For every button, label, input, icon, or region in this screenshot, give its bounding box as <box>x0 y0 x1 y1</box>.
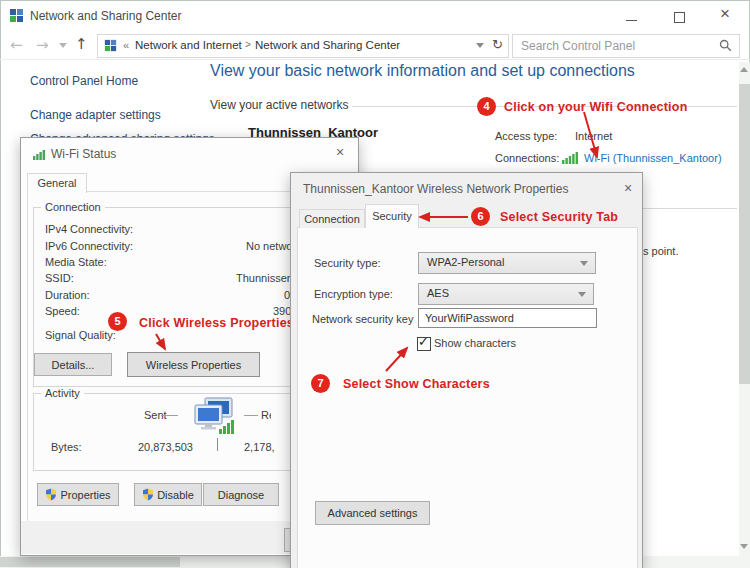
shield-icon <box>45 488 57 501</box>
signal-quality-label: Signal Quality: <box>45 329 116 341</box>
network-icon <box>9 8 24 23</box>
address-chevron-icon[interactable] <box>476 43 484 48</box>
active-networks-label: View your active networks <box>210 98 349 112</box>
disable-button[interactable]: Disable <box>134 483 202 506</box>
wireless-properties-title: Thunnissen_Kantoor Wireless Network Prop… <box>303 182 568 196</box>
settings-text-fragment: s point. <box>643 245 678 257</box>
horizontal-scrollbar-thumb[interactable] <box>0 557 180 567</box>
wireless-properties-close-icon[interactable]: × <box>617 180 639 196</box>
navbar-divider <box>0 59 750 60</box>
activity-group-label: Activity <box>41 387 84 399</box>
tab-general[interactable]: General <box>27 173 87 193</box>
security-type-label: Security type: <box>314 257 381 269</box>
wifi-status-icon <box>33 149 46 160</box>
sidebar-item-change-adapter-settings[interactable]: Change adapter settings <box>30 108 161 122</box>
annotation-step-4-badge: 4 <box>477 97 496 116</box>
media-state-label: Media State: <box>45 256 107 268</box>
close-button[interactable]: × <box>712 4 738 24</box>
encryption-type-select[interactable]: AES <box>418 283 594 305</box>
annotation-step-7-arrow <box>382 342 416 376</box>
sent-dash <box>161 415 178 416</box>
computers-icon <box>189 397 235 435</box>
breadcrumb-guillemet: « <box>123 39 129 51</box>
duration-label: Duration: <box>45 289 90 301</box>
sidebar-item-control-panel-home[interactable]: Control Panel Home <box>30 74 138 88</box>
connections-label: Connections: <box>495 152 559 164</box>
show-characters-checkbox[interactable]: ✓ <box>417 337 431 351</box>
search-input[interactable] <box>519 36 713 56</box>
breadcrumb-item-network-and-sharing-center[interactable]: Network and Sharing Center <box>255 39 400 51</box>
diagnose-button[interactable]: Diagnose <box>203 483 279 506</box>
maximize-button[interactable] <box>666 9 692 23</box>
ipv4-label: IPv4 Connectivity: <box>45 223 133 235</box>
chevron-down-icon <box>580 261 588 266</box>
ssid-label: SSID: <box>45 272 74 284</box>
check-icon: ✓ <box>418 334 429 349</box>
breadcrumb-separator: > <box>245 39 251 50</box>
scroll-down-icon[interactable] <box>740 544 748 549</box>
tab-connection[interactable]: Connection <box>299 209 365 228</box>
advanced-settings-button[interactable]: Advanced settings <box>315 501 430 525</box>
wireless-properties-button[interactable]: Wireless Properties <box>127 352 260 377</box>
breadcrumb-network-icon <box>104 39 117 52</box>
back-icon[interactable]: ← <box>10 36 23 54</box>
address-bar[interactable]: « Network and Internet > Network and Sha… <box>97 34 509 58</box>
show-characters-label: Show characters <box>434 337 516 349</box>
window-title: Network and Sharing Center <box>30 9 181 23</box>
forward-icon[interactable]: → <box>36 36 49 54</box>
bytes-label: Bytes: <box>51 441 82 453</box>
up-icon[interactable]: ↑ <box>75 35 88 53</box>
annotation-step-7-text: Select Show Characters <box>343 377 490 391</box>
speed-label: Speed: <box>45 305 80 317</box>
wifi-connection-link[interactable]: Wi-Fi (Thunnissen_Kantoor) <box>584 152 722 164</box>
wifi-status-close-icon[interactable]: × <box>329 144 351 160</box>
annotation-step-6-arrow <box>410 205 474 229</box>
encryption-type-label: Encryption type: <box>314 288 393 300</box>
vertical-scrollbar[interactable] <box>739 62 750 556</box>
received-dash <box>244 415 258 416</box>
wifi-status-title: Wi-Fi Status <box>51 147 116 161</box>
wireless-properties-dialog: Thunnissen_Kantoor Wireless Network Prop… <box>290 172 643 568</box>
page-title: View your basic network information and … <box>210 62 635 80</box>
received-label: Received <box>261 409 271 421</box>
minimize-button[interactable] <box>618 14 644 21</box>
annotation-step-6-text: Select Security Tab <box>500 210 618 224</box>
history-chevron-icon[interactable] <box>59 43 67 48</box>
signal-icon <box>562 151 579 164</box>
bytes-divider <box>217 438 218 451</box>
annotation-step-5-badge: 5 <box>108 312 127 331</box>
chevron-down-icon <box>578 292 586 297</box>
annotation-step-7-badge: 7 <box>311 374 330 393</box>
shield-icon <box>142 488 154 501</box>
network-security-key-input[interactable] <box>418 308 597 328</box>
ipv6-label: IPv6 Connectivity: <box>45 240 133 252</box>
received-label-clip: Received <box>261 409 271 422</box>
vertical-scrollbar-thumb[interactable] <box>739 84 750 384</box>
network-security-key-label: Network security key <box>312 313 413 325</box>
annotation-step-5-text: Click Wireless Properties <box>139 316 294 330</box>
annotation-step-4-arrow <box>578 108 604 164</box>
security-type-select[interactable]: WPA2-Personal <box>418 252 596 274</box>
received-bytes-value: 2,178, <box>244 441 275 453</box>
connection-group-label: Connection <box>41 201 105 213</box>
scroll-up-icon[interactable] <box>740 67 748 72</box>
section-rule-2 <box>643 208 737 209</box>
details-button[interactable]: Details... <box>34 353 112 376</box>
refresh-icon[interactable]: ↻ <box>492 37 503 52</box>
breadcrumb-item-network-and-internet[interactable]: Network and Internet <box>135 39 242 51</box>
network-and-sharing-center-window: Network and Sharing Center × ← → ↑ « Net… <box>0 0 750 568</box>
search-icon[interactable] <box>719 39 732 52</box>
search-box[interactable] <box>512 34 740 58</box>
annotation-step-5-arrow <box>150 330 174 358</box>
sent-bytes-value: 20,873,503 <box>117 441 193 453</box>
access-type-label: Access type: <box>495 130 557 142</box>
properties-button[interactable]: Properties <box>37 483 119 506</box>
